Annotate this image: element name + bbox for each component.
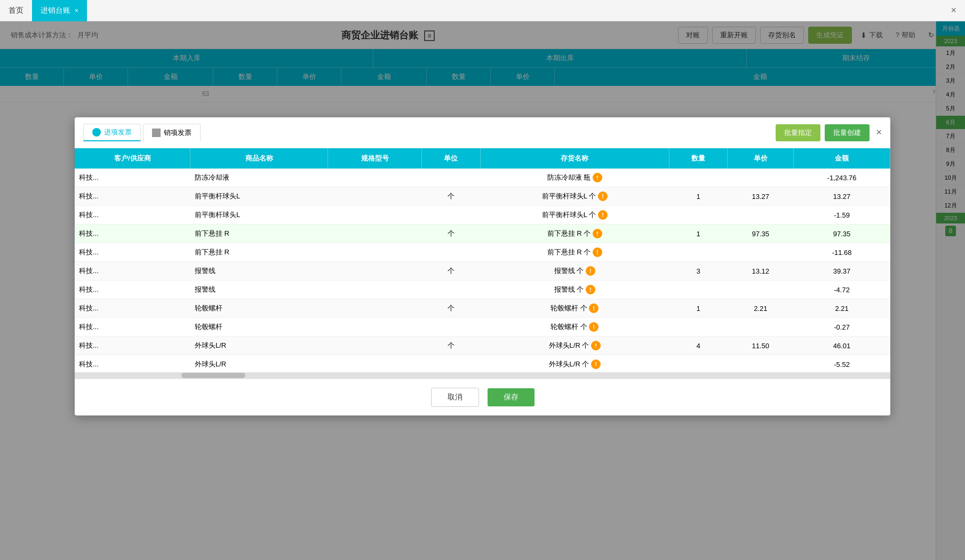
table-row: 科技...轮毂螺杆轮毂螺杆 个 !-0.27 — [75, 318, 890, 337]
cell-supplier: 科技... — [75, 206, 190, 225]
horizontal-scrollbar[interactable] — [75, 372, 890, 379]
col-spec: 规格型号 — [328, 148, 422, 169]
cell-spec — [328, 355, 422, 373]
cell-price: 97.35 — [728, 225, 794, 243]
cell-unit — [422, 169, 481, 187]
cell-quantity — [669, 243, 728, 262]
outgoing-tab-label: 销项发票 — [164, 128, 192, 138]
cell-unit: 个 — [422, 187, 481, 206]
modal-header: 进项发票 销项发票 批量指定 批量创建 × — [75, 117, 890, 148]
save-button[interactable]: 保存 — [488, 388, 535, 406]
table-row: 科技...外球头L/R个外球头L/R 个 !411.5046.01 — [75, 337, 890, 355]
cell-quantity: 3 — [669, 262, 728, 281]
table-header: 客户/供应商 商品名称 规格型号 单位 存货名称 数量 单价 金额 — [75, 148, 890, 169]
warning-icon: ! — [586, 266, 595, 276]
cell-price — [728, 318, 794, 337]
cell-spec — [328, 169, 422, 187]
cell-amount: -1,243.76 — [794, 169, 890, 187]
table-row: 科技...前平衡杆球头L个前平衡杆球头L 个 !113.2713.27 — [75, 187, 890, 206]
warning-icon: ! — [586, 285, 595, 294]
tab-incoming-invoice[interactable]: 进项发票 — [83, 124, 141, 141]
cell-stock: 报警线 个 ! — [480, 281, 669, 299]
cell-supplier: 科技... — [75, 187, 190, 206]
cell-price: 2.21 — [728, 299, 794, 318]
cell-stock: 前下悬挂 R 个 ! — [480, 225, 669, 243]
cell-product: 报警线 — [190, 262, 328, 281]
cell-price — [728, 206, 794, 225]
tab-close-icon[interactable]: × — [75, 7, 78, 14]
cell-supplier: 科技... — [75, 262, 190, 281]
cell-spec — [328, 243, 422, 262]
cell-product: 外球头L/R — [190, 337, 328, 355]
modal-footer: 取消 保存 — [75, 379, 890, 415]
home-tab[interactable]: 首页 — [0, 0, 32, 21]
cell-quantity: 1 — [669, 225, 728, 243]
scrollbar-thumb[interactable] — [181, 373, 245, 378]
cell-quantity — [669, 169, 728, 187]
table-row: 科技...外球头L/R外球头L/R 个 !-5.52 — [75, 355, 890, 373]
cell-stock: 轮毂螺杆 个 ! — [480, 318, 669, 337]
batch-create-button[interactable]: 批量创建 — [825, 124, 870, 141]
warning-icon: ! — [598, 210, 608, 220]
cell-spec — [328, 262, 422, 281]
cancel-button[interactable]: 取消 — [431, 388, 479, 407]
incoming-tab-icon — [92, 128, 101, 137]
col-quantity: 数量 — [669, 148, 728, 169]
home-label: 首页 — [9, 6, 23, 15]
cell-spec — [328, 281, 422, 299]
cell-stock: 外球头L/R 个 ! — [480, 355, 669, 373]
cell-unit: 个 — [422, 337, 481, 355]
table-row: 科技...前平衡杆球头L前平衡杆球头L 个 !-1.59 — [75, 206, 890, 225]
cell-supplier: 科技... — [75, 318, 190, 337]
background-page: 销售成本计算方法： 月平均 商贸企业进销台账 ≡ 对账 重新开账 存货别名 生成… — [0, 21, 965, 560]
cell-product: 前平衡杆球头L — [190, 206, 328, 225]
modal-body[interactable]: 客户/供应商 商品名称 规格型号 单位 存货名称 数量 单价 金额 科技...防… — [75, 148, 890, 372]
col-unit: 单位 — [422, 148, 481, 169]
warning-icon: ! — [593, 229, 602, 238]
cell-product: 前平衡杆球头L — [190, 187, 328, 206]
col-stock: 存货名称 — [480, 148, 669, 169]
window-close-icon[interactable]: × — [942, 5, 965, 16]
cell-product: 轮毂螺杆 — [190, 299, 328, 318]
cell-price — [728, 355, 794, 373]
cell-amount: 2.21 — [794, 299, 890, 318]
cell-supplier: 科技... — [75, 243, 190, 262]
tab-outgoing-invoice[interactable]: 销项发票 — [143, 124, 201, 141]
cell-stock: 防冻冷却液 瓶 ! — [480, 169, 669, 187]
cell-amount: -5.52 — [794, 355, 890, 373]
cell-quantity — [669, 318, 728, 337]
cell-amount: -11.68 — [794, 243, 890, 262]
cell-stock: 前平衡杆球头L 个 ! — [480, 187, 669, 206]
table-row: 科技...前下悬挂 R个前下悬挂 R 个 !197.3597.35 — [75, 225, 890, 243]
table-row: 科技...防冻冷却液防冻冷却液 瓶 !-1,243.76 — [75, 169, 890, 187]
cell-stock: 前下悬挂 R 个 ! — [480, 243, 669, 262]
warning-icon: ! — [591, 359, 601, 369]
table-row: 科技...前下悬挂 R前下悬挂 R 个 !-11.68 — [75, 243, 890, 262]
cell-amount: 97.35 — [794, 225, 890, 243]
cell-quantity — [669, 281, 728, 299]
warning-icon: ! — [593, 247, 602, 257]
cell-stock: 报警线 个 ! — [480, 262, 669, 281]
cell-supplier: 科技... — [75, 337, 190, 355]
cell-spec — [328, 299, 422, 318]
cell-product: 轮毂螺杆 — [190, 318, 328, 337]
cell-amount: 39.37 — [794, 262, 890, 281]
cell-price: 13.12 — [728, 262, 794, 281]
cell-amount: -1.59 — [794, 206, 890, 225]
cell-unit: 个 — [422, 262, 481, 281]
cell-quantity: 1 — [669, 187, 728, 206]
active-tab[interactable]: 进销台账 × — [32, 0, 87, 21]
cell-unit — [422, 318, 481, 337]
table-row: 科技...报警线报警线 个 !-4.72 — [75, 281, 890, 299]
warning-icon: ! — [598, 191, 608, 201]
cell-product: 前下悬挂 R — [190, 243, 328, 262]
cell-spec — [328, 225, 422, 243]
cell-product: 外球头L/R — [190, 355, 328, 373]
tab-label: 进销台账 — [41, 6, 70, 15]
cell-unit: 个 — [422, 225, 481, 243]
cell-price — [728, 169, 794, 187]
cell-supplier: 科技... — [75, 355, 190, 373]
modal-actions: 批量指定 批量创建 — [776, 124, 870, 141]
modal-close-button[interactable]: × — [876, 127, 882, 138]
batch-assign-button[interactable]: 批量指定 — [776, 124, 820, 141]
